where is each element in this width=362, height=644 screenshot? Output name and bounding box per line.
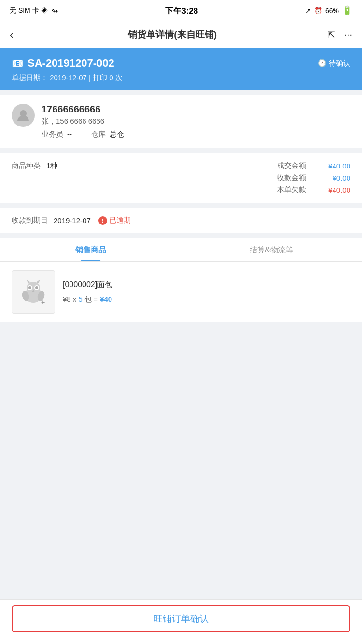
order-header: 📧 SA-20191207-002 🕐 待确认 单据日期： 2019-12-07…: [0, 48, 362, 90]
warehouse-value: 总仓: [110, 130, 124, 139]
product-equals: =: [94, 295, 100, 303]
debt-label: 本单欠款: [277, 185, 306, 195]
warehouse-item: 仓库 总仓: [91, 130, 124, 139]
customer-meta: 业务员 -- 仓库 总仓: [42, 130, 350, 139]
product-calc: ¥8 x 5 包 = ¥40: [63, 295, 350, 304]
confirm-button[interactable]: 旺铺订单确认: [12, 605, 350, 632]
debt-value: ¥40.00: [312, 186, 350, 194]
back-button[interactable]: ‹: [10, 26, 17, 43]
tabs-section: 销售商品 结算&物流等: [0, 238, 362, 322]
avatar: [12, 104, 35, 127]
overdue-icon: !: [98, 216, 107, 225]
alarm-icon: ⏰: [314, 7, 322, 14]
salesperson-item: 业务员 --: [42, 130, 72, 139]
receipt-row: 收款金额 ¥0.00: [277, 173, 350, 182]
product-unit: 包: [84, 295, 92, 303]
nav-bar: ‹ 销货单详情(来自旺铺) ⇱ ···: [0, 21, 362, 48]
product-info: [0000002]面包 ¥8 x 5 包 = ¥40: [63, 280, 350, 304]
svg-point-6: [35, 286, 38, 289]
battery-text: 66%: [325, 7, 339, 14]
due-date-section: 收款到期日 2019-12-07 ! 已逾期: [0, 208, 362, 233]
product-price: ¥8: [63, 295, 71, 303]
print-info: | 打印 0 次: [89, 73, 123, 82]
product-type-area: 商品种类 1种: [12, 161, 277, 170]
status-text: 待确认: [329, 59, 350, 68]
receipt-label: 收款金额: [277, 173, 306, 182]
product-type-value: 1种: [46, 161, 57, 170]
page-title: 销货单详情(来自旺铺): [128, 28, 217, 41]
customer-phone: 17666666666: [42, 104, 350, 115]
product-item: + [0000002]面包 ¥8 x 5 包 = ¥40: [0, 262, 362, 322]
order-number-text: SA-20191207-002: [28, 57, 114, 70]
product-thumbnail: +: [12, 270, 55, 314]
status-left: 无 SIM 卡 ◈ ↬: [10, 6, 58, 15]
nav-actions: ⇱ ···: [327, 29, 352, 41]
product-type-label: 商品种类: [12, 161, 41, 170]
tabs-row: 销售商品 结算&物流等: [0, 238, 362, 262]
customer-section: 17666666666 张，156 6666 6666 业务员 -- 仓库 总仓: [0, 95, 362, 148]
due-date-value: 2019-12-07: [54, 216, 91, 224]
more-icon[interactable]: ···: [344, 29, 352, 40]
product-name: [0000002]面包: [63, 280, 350, 290]
battery-icon: 🔋: [342, 5, 352, 16]
salesperson-value: --: [67, 130, 72, 139]
wifi-icon: ↬: [52, 6, 58, 15]
status-right: ↗ ⏰ 66% 🔋: [306, 5, 352, 16]
overdue-badge: ! 已逾期: [98, 216, 131, 225]
order-date-row: 单据日期： 2019-12-07 | 打印 0 次: [12, 73, 350, 83]
order-icon: 📧: [12, 57, 24, 69]
overdue-text: 已逾期: [109, 216, 131, 225]
receipt-value: ¥0.00: [312, 174, 350, 182]
location-icon: ↗: [306, 7, 311, 14]
customer-info: 17666666666 张，156 6666 6666 业务员 -- 仓库 总仓: [42, 104, 350, 139]
tab-products[interactable]: 销售商品: [0, 238, 181, 261]
product-multiply: x: [73, 295, 79, 303]
svg-marker-10: [27, 280, 30, 283]
order-status: 🕐 待确认: [318, 59, 350, 68]
amounts-area: 成交金额 ¥40.00 收款金额 ¥0.00 本单欠款 ¥40.00: [277, 161, 350, 195]
amount-row: 成交金额 ¥40.00: [277, 161, 350, 170]
amount-label: 成交金额: [277, 161, 306, 170]
empty-area: [0, 322, 362, 409]
product-quantity: 5: [79, 295, 83, 303]
customer-name: 张，156 6666 6666: [42, 117, 350, 126]
bottom-bar: 旺铺订单确认: [0, 599, 362, 644]
svg-point-5: [28, 286, 31, 289]
date-label: 单据日期：: [12, 73, 48, 82]
date-value: 2019-12-07: [50, 73, 87, 82]
summary-section: 商品种类 1种 成交金额 ¥40.00 收款金额 ¥0.00 本单欠款 ¥40.…: [0, 153, 362, 203]
warehouse-label: 仓库: [91, 130, 106, 139]
tab-settlement[interactable]: 结算&物流等: [181, 238, 362, 261]
order-number: 📧 SA-20191207-002: [12, 57, 114, 70]
status-time: 下午3:28: [165, 5, 198, 16]
product-total: ¥40: [100, 295, 112, 303]
svg-marker-11: [36, 280, 40, 283]
due-label: 收款到期日: [12, 216, 48, 225]
share-icon[interactable]: ⇱: [327, 29, 335, 41]
status-bar: 无 SIM 卡 ◈ ↬ 下午3:28 ↗ ⏰ 66% 🔋: [0, 0, 362, 21]
amount-value: ¥40.00: [312, 162, 350, 170]
status-clock-icon: 🕐: [318, 59, 327, 68]
no-sim-text: 无 SIM 卡 ◈: [10, 6, 48, 15]
svg-text:+: +: [41, 298, 45, 306]
salesperson-label: 业务员: [42, 130, 63, 139]
debt-row: 本单欠款 ¥40.00: [277, 185, 350, 195]
